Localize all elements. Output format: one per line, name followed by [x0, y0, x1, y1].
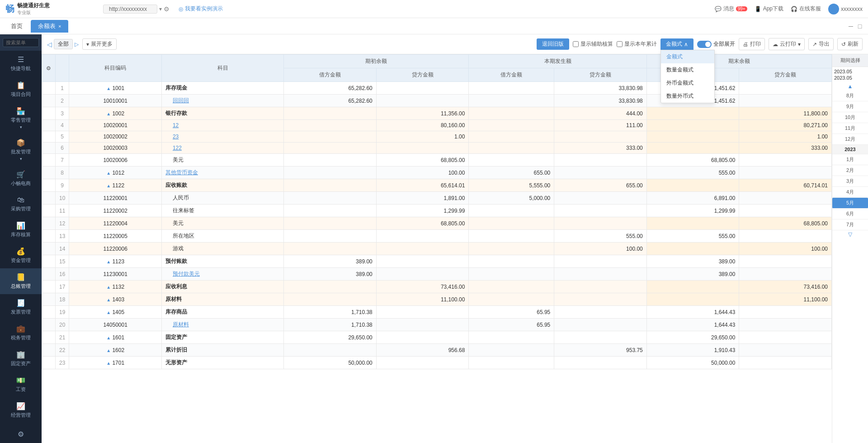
- month-11[interactable]: 11月: [832, 123, 868, 134]
- sidebar-item-settings[interactable]: ⚙: [0, 425, 42, 443]
- mode-option-qty-foreign[interactable]: 数量外币式: [661, 90, 714, 103]
- row-name[interactable]: 12: [161, 120, 283, 131]
- sidebar-item-capital[interactable]: 💰 资金管理: [0, 243, 42, 268]
- sidebar-item-project[interactable]: 📋 项目合同: [0, 76, 42, 102]
- message-btn[interactable]: 💬 消息 99+: [715, 5, 747, 13]
- tab-close-btn[interactable]: ×: [58, 24, 61, 29]
- row-pd-credit: [554, 205, 647, 217]
- filter-back-btn[interactable]: ◁: [47, 41, 52, 48]
- month-7[interactable]: 7月: [832, 219, 868, 230]
- expand-all-toggle[interactable]: [697, 41, 712, 48]
- row-ob-debit: 65,282.60: [284, 82, 377, 95]
- mode-option-amount[interactable]: 金额式: [661, 50, 714, 63]
- show-ytd-check[interactable]: 显示本年累计: [617, 40, 657, 48]
- sidebar-item-operations[interactable]: 📈 经营管理: [0, 397, 42, 423]
- row-name[interactable]: 其他货币资金: [161, 167, 283, 179]
- cloud-print-btn[interactable]: ☁ 云打印 ▾: [769, 38, 805, 50]
- row-name[interactable]: 23: [161, 131, 283, 143]
- row-cb-credit: [739, 230, 832, 243]
- settings-icon[interactable]: ⚙: [164, 5, 170, 13]
- ob-debit-header[interactable]: 借方金额: [284, 68, 377, 82]
- filter-forward-btn[interactable]: ▷: [75, 41, 79, 48]
- tab-minimize-btn[interactable]: ─: [846, 22, 855, 31]
- refresh-btn[interactable]: ↺ 刷新: [837, 38, 863, 50]
- account-link[interactable]: 12: [173, 122, 179, 129]
- row-cb-debit: 1,910.43: [646, 344, 739, 357]
- cb-credit-header[interactable]: 贷方金额: [739, 68, 832, 82]
- mode-dropdown-btn[interactable]: 金额式 ∧: [660, 38, 693, 50]
- month-2[interactable]: 2月: [832, 165, 868, 176]
- month-12[interactable]: 12月: [832, 134, 868, 145]
- sidebar-item-wholesale[interactable]: 📦 批发管理 ▾: [0, 134, 42, 166]
- row-pd-debit: [469, 120, 554, 131]
- scroll-up-btn[interactable]: ▲: [832, 82, 868, 91]
- month-4[interactable]: 4月: [832, 187, 868, 198]
- account-link[interactable]: 原材料: [173, 321, 189, 328]
- month-10[interactable]: 10月: [832, 112, 868, 123]
- ytd-checkbox[interactable]: [617, 41, 623, 47]
- user-menu[interactable]: xxxxxxxx: [828, 4, 863, 14]
- account-code-header[interactable]: 科目编码: [69, 55, 162, 82]
- month-1[interactable]: 1月: [832, 154, 868, 165]
- account-name-header[interactable]: 科目: [161, 55, 283, 82]
- download-btn[interactable]: 📱 App下载: [755, 5, 783, 13]
- content-area: ◁ 全部 ▷ ▾ 展开更多 退回旧版 显示辅助核算 显示本年累计: [42, 34, 868, 443]
- scroll-down-btn[interactable]: ▽: [832, 230, 868, 238]
- row-name[interactable]: 122: [161, 143, 283, 154]
- row-ob-credit: 11,356.00: [376, 107, 469, 120]
- account-link[interactable]: 预付款美元: [173, 271, 200, 277]
- month-6[interactable]: 6月: [832, 209, 868, 219]
- demo-link[interactable]: ◎ 我要看实例演示: [179, 5, 223, 13]
- pd-debit-header[interactable]: 借方金额: [469, 68, 554, 82]
- export-btn[interactable]: ↗ 导出: [808, 38, 834, 50]
- expand-more-btn[interactable]: ▾ 展开更多: [82, 38, 117, 50]
- month-3[interactable]: 3月: [832, 176, 868, 187]
- row-ob-debit: [284, 131, 377, 143]
- sidebar-item-tax[interactable]: 💼 税务管理: [0, 320, 42, 346]
- row-name[interactable]: 回回回: [161, 95, 283, 107]
- sidebar-item-purchase[interactable]: 🛍 采购管理: [0, 191, 42, 217]
- account-link[interactable]: 122: [173, 145, 182, 151]
- account-link[interactable]: 23: [173, 133, 179, 140]
- month-5[interactable]: 5月: [832, 198, 868, 209]
- sidebar-item-invoice[interactable]: 🧾 发票管理: [0, 294, 42, 320]
- url-bar[interactable]: http://xxxxxxxxx: [103, 5, 157, 14]
- table-row: 19 ▲ 1405 库存商品 1,710.38 65.95 1,644.43: [42, 306, 832, 319]
- account-link[interactable]: 其他货币资金: [165, 169, 198, 176]
- row-ob-credit: 80,160.00: [376, 120, 469, 131]
- search-input[interactable]: [3, 38, 39, 47]
- account-link[interactable]: 回回回: [173, 97, 189, 104]
- table-row: 7 10020006 美元 68,805.00 68,805.00: [42, 154, 832, 167]
- month-8[interactable]: 8月: [832, 91, 868, 101]
- sidebar-item-ecommerce[interactable]: 🛒 小畅电商: [0, 166, 42, 191]
- sidebar-item-inventory[interactable]: 📊 库存核算: [0, 217, 42, 243]
- assist-checkbox[interactable]: [573, 41, 579, 47]
- tab-balance[interactable]: 余额表 ×: [31, 20, 68, 33]
- print-btn[interactable]: 🖨 打印: [739, 38, 765, 50]
- sidebar-item-project-label: 项目合同: [11, 91, 31, 98]
- month-9[interactable]: 9月: [832, 101, 868, 112]
- sidebar-item-retail[interactable]: 🏪 零售管理 ▾: [0, 102, 42, 134]
- sidebar-item-assets[interactable]: 🏢 固定资产: [0, 346, 42, 372]
- mode-option-qty-amount[interactable]: 数量金额式: [661, 63, 714, 76]
- refresh-label: 刷新: [848, 40, 859, 48]
- url-arrow[interactable]: ▾: [159, 6, 162, 12]
- sidebar-item-quick-nav[interactable]: ☰ 快捷导航: [0, 51, 42, 76]
- service-btn[interactable]: 🎧 在线客服: [791, 5, 821, 13]
- settings-col-header[interactable]: ⚙: [42, 55, 56, 82]
- show-assist-check[interactable]: 显示辅助核算: [573, 40, 613, 48]
- tab-home[interactable]: 首页: [4, 20, 30, 33]
- sidebar-item-salary[interactable]: 💵 工资: [0, 372, 42, 397]
- return-old-btn[interactable]: 退回旧版: [537, 38, 569, 50]
- ob-credit-header[interactable]: 贷方金额: [376, 68, 469, 82]
- account-name: 游戏: [173, 245, 184, 252]
- row-name[interactable]: 原材料: [161, 319, 283, 331]
- sidebar-item-accounting[interactable]: 📒 总账管理: [0, 268, 42, 294]
- mode-option-foreign-amount[interactable]: 外币金额式: [661, 76, 714, 90]
- row-settings: [42, 344, 56, 357]
- pd-credit-header[interactable]: 贷方金额: [554, 68, 647, 82]
- tab-maximize-btn[interactable]: □: [855, 22, 864, 31]
- row-name[interactable]: 预付款美元: [161, 268, 283, 281]
- table-body: 1 ▲ 1001 库存现金 65,282.60 33,830.98 31,451…: [42, 82, 832, 369]
- sidebar-item-retail-label: 零售管理: [11, 117, 31, 124]
